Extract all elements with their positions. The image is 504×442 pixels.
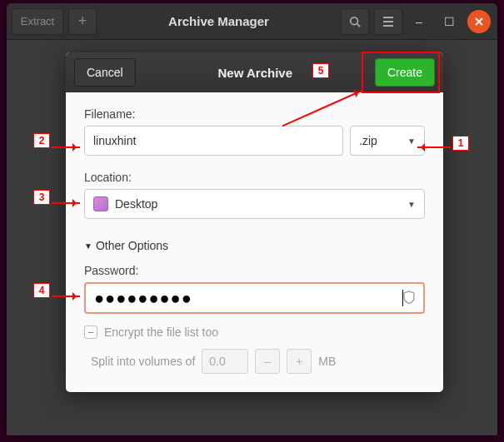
new-archive-dialog: Cancel New Archive Create Filename: linu… [66,52,443,392]
close-icon [475,17,483,26]
add-files-button[interactable]: + [68,8,97,35]
triangle-down-icon: ▼ [84,241,92,251]
other-options-label: Other Options [96,239,168,252]
split-decrement-button[interactable]: – [255,349,280,374]
encrypt-list-label: Encrypt the file list too [104,325,218,339]
maximize-button[interactable]: ☐ [437,10,461,33]
minimize-button[interactable]: – [407,10,431,33]
split-size-input[interactable]: 0.0 [202,349,248,374]
shield-icon [403,291,415,306]
chevron-down-icon: ▼ [407,137,416,146]
extension-select[interactable]: .zip ▼ [350,126,425,156]
dialog-header: Cancel New Archive Create [66,52,443,92]
window-title: Archive Manager [97,14,341,28]
folder-icon [93,196,108,211]
split-volumes-row: Split into volumes of 0.0 – + MB [84,349,425,374]
cancel-button[interactable]: Cancel [74,58,136,87]
menu-button[interactable] [374,8,402,35]
hamburger-icon [382,17,394,27]
password-label: Password: [84,264,425,277]
extract-button[interactable]: Extract [12,8,63,35]
password-input[interactable]: ●●●●●●●●● [84,282,425,314]
chevron-down-icon: ▼ [407,200,416,209]
search-icon [349,16,361,27]
dialog-body: Filename: linuxhint .zip ▼ Location: Des… [66,92,443,392]
create-button[interactable]: Create [375,58,435,87]
search-button[interactable] [341,8,369,35]
location-label: Location: [84,171,425,184]
encrypt-list-checkbox[interactable]: – [84,325,97,339]
other-options-expander[interactable]: ▼ Other Options [84,239,425,252]
encrypt-list-row: – Encrypt the file list too [84,325,425,339]
location-select[interactable]: Desktop ▼ [84,189,425,219]
svg-point-0 [351,17,358,24]
location-value: Desktop [115,197,401,211]
split-label: Split into volumes of [91,355,195,368]
password-value: ●●●●●●●●● [94,289,402,308]
svg-line-1 [357,23,361,27]
header-bar: Extract + Archive Manager – ☐ [7,3,497,40]
extension-value: .zip [359,134,377,147]
dialog-title: New Archive [136,66,375,80]
split-increment-button[interactable]: + [287,349,312,374]
split-unit: MB [318,355,336,368]
close-button[interactable] [467,10,491,33]
filename-input[interactable]: linuxhint [84,126,343,156]
filename-label: Filename: [84,107,425,121]
